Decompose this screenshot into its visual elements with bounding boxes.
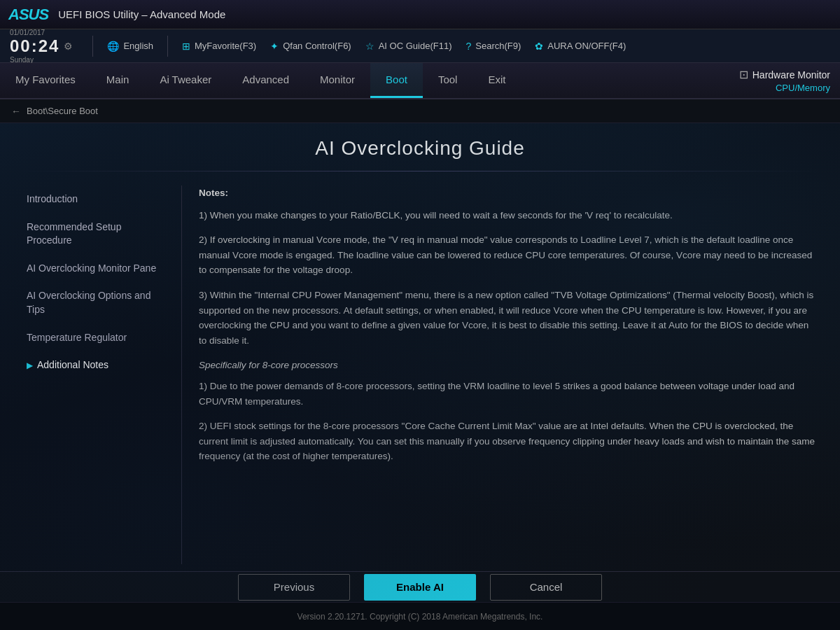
time-display: 00:24 — [10, 36, 59, 56]
content-layout: Introduction Recommended Setup Procedure… — [21, 186, 819, 564]
ai-icon: ☆ — [365, 41, 374, 52]
guide-title: AI Overclocking Guide — [21, 137, 819, 160]
language-label: English — [123, 41, 153, 51]
language-selector[interactable]: 🌐 English — [107, 41, 153, 52]
active-arrow-icon: ▶ — [27, 360, 33, 372]
cpu-memory-button[interactable]: CPU/Memory — [776, 83, 830, 93]
aioc-button[interactable]: ☆ AI OC Guide(F11) — [365, 41, 452, 52]
date-display: 01/01/2017 — [10, 29, 73, 36]
monitor-icon: ⊡ — [739, 68, 748, 81]
nav-items: My Favorites Main Ai Tweaker Advanced Mo… — [0, 63, 739, 98]
footer: Version 2.20.1271. Copyright (C) 2018 Am… — [0, 602, 840, 630]
sidebar-item-ai-monitor-pane[interactable]: AI Overclocking Monitor Pane — [21, 255, 170, 283]
sidebar-item-ai-options-tips[interactable]: AI Overclocking Options and Tips — [21, 282, 170, 323]
section-label-8core: Specifically for 8-core processors — [199, 358, 819, 373]
content-para-3: 3) Within the "Internal CPU Power Manage… — [199, 288, 819, 348]
nav-ai-tweaker[interactable]: Ai Tweaker — [144, 63, 227, 98]
search-button[interactable]: ? Search(F9) — [465, 41, 521, 52]
sidebar-temp-label: Temperature Regulator — [27, 331, 127, 345]
myfavorite-label: MyFavorite(F3) — [195, 41, 256, 51]
sidebar-nav: Introduction Recommended Setup Procedure… — [21, 186, 182, 564]
enable-ai-button[interactable]: Enable AI — [364, 574, 476, 601]
breadcrumb: Boot\Secure Boot — [27, 106, 98, 116]
notes-label: Notes: — [199, 186, 819, 201]
nav-main[interactable]: Main — [91, 63, 145, 98]
previous-button[interactable]: Previous — [238, 574, 350, 601]
nav-monitor[interactable]: Monitor — [304, 63, 370, 98]
search-label: Search(F9) — [475, 41, 521, 51]
fan-icon: ✦ — [270, 41, 279, 52]
breadcrumb-bar: ← Boot\Secure Boot — [0, 99, 840, 123]
bios-title: UEFI BIOS Utility – Advanced Mode — [58, 8, 225, 20]
content-para-4: 1) Due to the power demands of 8-core pr… — [199, 379, 819, 409]
hw-monitor-label: Hardware Monitor — [752, 69, 830, 80]
aioc-label: AI OC Guide(F11) — [379, 41, 452, 51]
footer-text: Version 2.20.1271. Copyright (C) 2018 Am… — [298, 612, 543, 622]
content-para-5: 2) UEFI stock settings for the 8-core pr… — [199, 419, 819, 464]
datetime: 01/01/2017 00:24 ⚙ Sunday — [10, 29, 73, 64]
sidebar-ai-monitor-label: AI Overclocking Monitor Pane — [27, 262, 156, 276]
nav-exit[interactable]: Exit — [472, 63, 521, 98]
sidebar-item-temperature-regulator[interactable]: Temperature Regulator — [21, 324, 170, 352]
cancel-button[interactable]: Cancel — [490, 574, 602, 601]
myfavorite-button[interactable]: ⊞ MyFavorite(F3) — [182, 41, 256, 52]
main-wrapper: AI Overclocking Guide Introduction Recom… — [0, 123, 840, 602]
nav-advanced[interactable]: Advanced — [227, 63, 304, 98]
sidebar-introduction-label: Introduction — [27, 192, 78, 206]
asus-logo: ASUS — [8, 6, 48, 24]
qfan-button[interactable]: ✦ Qfan Control(F6) — [270, 41, 351, 52]
cpu-memory-label: CPU/Memory — [776, 83, 830, 93]
nav-my-favorites[interactable]: My Favorites — [0, 63, 91, 98]
status-bar: 01/01/2017 00:24 ⚙ Sunday 🌐 English ⊞ My… — [0, 29, 840, 63]
gear-icon[interactable]: ⚙ — [64, 41, 73, 52]
nav-boot[interactable]: Boot — [370, 63, 423, 98]
sidebar-item-introduction[interactable]: Introduction — [21, 186, 170, 214]
globe-icon: 🌐 — [107, 41, 119, 52]
main-content: AI Overclocking Guide Introduction Recom… — [0, 123, 840, 571]
sidebar-item-additional-notes[interactable]: ▶ Additional Notes — [21, 351, 170, 379]
nav-tool[interactable]: Tool — [423, 63, 473, 98]
bookmark-icon: ⊞ — [182, 41, 190, 52]
aura-icon: ✿ — [535, 41, 543, 52]
content-para-1: 1) When you make changes to your Ratio/B… — [199, 208, 819, 223]
aura-button[interactable]: ✿ AURA ON/OFF(F4) — [535, 41, 626, 52]
content-para-2: 2) If overclocking in manual Vcore mode,… — [199, 232, 819, 278]
sidebar-item-recommended-setup[interactable]: Recommended Setup Procedure — [21, 214, 170, 255]
aura-label: AURA ON/OFF(F4) — [547, 41, 626, 51]
day-display: Sunday — [10, 56, 73, 64]
back-arrow-icon[interactable]: ← — [11, 106, 21, 117]
search-icon: ? — [465, 41, 471, 52]
content-divider — [21, 171, 819, 172]
bottom-section: Previous Enable AI Cancel — [0, 571, 840, 602]
top-bar: ASUS UEFI BIOS Utility – Advanced Mode — [0, 0, 840, 29]
sidebar-ai-options-label: AI Overclocking Options and Tips — [27, 289, 164, 316]
nav-right: ⊡ Hardware Monitor CPU/Memory — [739, 68, 840, 93]
sidebar-additional-label: Additional Notes — [37, 358, 108, 372]
sidebar-recommended-label: Recommended Setup Procedure — [27, 220, 164, 248]
nav-bar: My Favorites Main Ai Tweaker Advanced Mo… — [0, 63, 840, 99]
divider-1 — [92, 36, 93, 57]
qfan-label: Qfan Control(F6) — [283, 41, 351, 51]
content-area: Notes: 1) When you make changes to your … — [182, 186, 819, 564]
divider-2 — [167, 36, 168, 57]
hardware-monitor-button[interactable]: ⊡ Hardware Monitor — [739, 68, 830, 81]
